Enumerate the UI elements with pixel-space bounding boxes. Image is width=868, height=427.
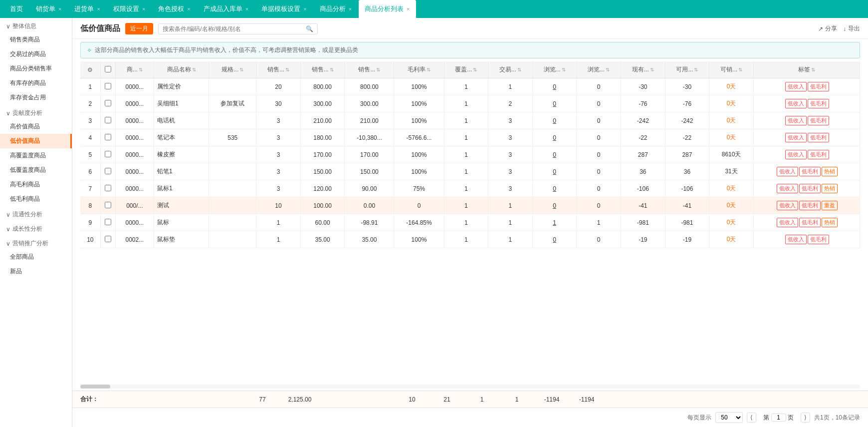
nav-sales-order[interactable]: 销货单 × <box>30 0 67 18</box>
row-views2: 0 <box>577 112 621 129</box>
row-checkbox[interactable] <box>105 100 111 106</box>
first-page-button[interactable]: ⟨ <box>747 413 756 423</box>
sidebar-item-all-products[interactable]: 全部商品 <box>0 250 72 264</box>
close-icon[interactable]: × <box>142 6 145 12</box>
sidebar-group-contribution[interactable]: ∨ 贡献度分析 <box>0 105 72 119</box>
views-link[interactable]: 0 <box>553 202 556 209</box>
row-spec: 参加复试 <box>209 95 256 112</box>
sidebar-item-high-margin[interactable]: 高毛利商品 <box>0 177 72 192</box>
row-available: -22 <box>665 129 709 146</box>
row-checkbox[interactable] <box>105 202 111 208</box>
page-number-input[interactable] <box>771 414 786 422</box>
table-row: 2 0000... 吴细细1 参加复试 30 300.00 300.00 100… <box>80 95 860 112</box>
table-row: 9 0000... 鼠标 1 60.00 -98.91 -164.85% 1 1… <box>80 214 860 231</box>
close-icon[interactable]: × <box>303 6 306 12</box>
nav-permissions[interactable]: 权限设置 × <box>107 0 151 18</box>
nav-purchase-order[interactable]: 进货单 × <box>68 0 106 18</box>
row-current: -242 <box>621 112 665 129</box>
sidebar-group-circulation[interactable]: ∨ 流通性分析 <box>0 206 72 221</box>
nav-product-analysis[interactable]: 商品分析 × <box>314 0 358 18</box>
row-coverage: 1 <box>444 214 488 231</box>
nav-template-settings[interactable]: 单据模板设置 × <box>255 0 312 18</box>
search-input[interactable] <box>163 25 303 32</box>
close-icon[interactable]: × <box>97 6 100 12</box>
sidebar-item-low-coverage[interactable]: 低覆盖度商品 <box>0 163 72 177</box>
tag-label: 热销 <box>822 184 838 193</box>
tag-label: 低毛利 <box>799 167 821 176</box>
sidebar-item-stock-capital[interactable]: 库存资金占用 <box>0 90 72 105</box>
nav-product-analysis-list[interactable]: 商品分析列表 × <box>359 0 416 18</box>
close-icon[interactable]: × <box>187 6 190 12</box>
scroll-thumb[interactable] <box>80 385 110 389</box>
row-gross-margin: -164.85% <box>394 214 444 231</box>
row-coverage: 1 <box>444 78 488 95</box>
sidebar-item-category-sales-rate[interactable]: 商品分类销售率 <box>0 61 72 76</box>
row-gross-margin: 100% <box>394 231 444 248</box>
close-icon[interactable]: × <box>349 6 352 12</box>
nav-role-auth[interactable]: 角色授权 × <box>152 0 196 18</box>
views-link[interactable]: 1 <box>553 219 556 226</box>
next-page-button[interactable]: ⟩ <box>801 413 810 423</box>
tag-label: 热销 <box>822 218 838 227</box>
row-sales-avg: -10,380... <box>345 129 394 146</box>
views-link[interactable]: 0 <box>553 117 556 124</box>
row-saleable: 0天 <box>709 95 754 112</box>
nav-product-in[interactable]: 产成品入库单 × <box>198 0 254 18</box>
search-icon[interactable]: 🔍 <box>306 25 313 32</box>
row-current: -22 <box>621 129 665 146</box>
views-link[interactable]: 0 <box>553 151 556 158</box>
views-link[interactable]: 0 <box>553 100 556 107</box>
row-checkbox[interactable] <box>105 219 111 225</box>
nav-home[interactable]: 首页 <box>4 0 29 18</box>
row-checkbox[interactable] <box>105 134 111 140</box>
sidebar-item-traded-products[interactable]: 交易过的商品 <box>0 47 72 61</box>
row-checkbox[interactable] <box>105 117 111 123</box>
row-name: 笔记本 <box>154 129 209 146</box>
sidebar-item-low-margin[interactable]: 低毛利商品 <box>0 192 72 206</box>
sidebar-item-low-value[interactable]: 低价值商品 <box>0 134 72 148</box>
close-icon[interactable]: × <box>58 6 61 12</box>
column-settings[interactable]: ⚙ <box>80 61 100 78</box>
row-checkbox[interactable] <box>105 83 111 89</box>
close-icon[interactable]: × <box>407 6 410 12</box>
row-views1: 1 <box>532 214 577 231</box>
close-icon[interactable]: × <box>245 6 248 12</box>
select-all-checkbox[interactable] <box>105 66 111 72</box>
time-filter-button[interactable]: 近一月 <box>125 23 153 34</box>
row-transaction: 1 <box>488 197 533 214</box>
export-button[interactable]: ↓ 导出 <box>843 24 860 33</box>
chevron-down-icon: ∨ <box>6 110 10 117</box>
per-page-select[interactable]: 50 20 100 <box>715 412 743 423</box>
views-link[interactable]: 0 <box>553 83 556 90</box>
table-row: 4 0000... 笔记本 535 3 180.00 -10,380... -5… <box>80 129 860 146</box>
row-available: -981 <box>665 214 709 231</box>
row-saleable: 0天 <box>709 129 754 146</box>
sidebar-group-general[interactable]: ∨ 整体信息 <box>0 18 72 32</box>
views-link[interactable]: 0 <box>553 185 556 192</box>
row-checkbox[interactable] <box>105 151 111 157</box>
total-views2: 1 <box>499 396 534 403</box>
views-link[interactable]: 0 <box>553 236 556 243</box>
sidebar-item-new-products[interactable]: 新品 <box>0 264 72 279</box>
views-link[interactable]: 0 <box>553 168 556 175</box>
row-sales-amount: 150.00 <box>300 163 345 180</box>
column-code: 商...⇅ <box>115 61 154 78</box>
row-available: 36 <box>665 163 709 180</box>
sidebar-group-marketing[interactable]: ∨ 营销推广分析 <box>0 235 72 250</box>
row-checkbox[interactable] <box>105 185 111 191</box>
row-checkbox[interactable] <box>105 236 111 242</box>
sidebar-item-stock-products[interactable]: 有库存的商品 <box>0 76 72 90</box>
sidebar-item-sales-products[interactable]: 销售类商品 <box>0 32 72 47</box>
row-checkbox[interactable] <box>105 168 111 174</box>
views-link[interactable]: 0 <box>553 134 556 141</box>
share-button[interactable]: ↗ 分享 <box>818 24 837 33</box>
row-views2: 0 <box>577 129 621 146</box>
sidebar-group-growth[interactable]: ∨ 成长性分析 <box>0 221 72 235</box>
sidebar-item-high-value[interactable]: 高价值商品 <box>0 119 72 134</box>
horizontal-scrollbar[interactable] <box>80 385 860 389</box>
info-icon: ✧ <box>87 47 92 54</box>
row-sales-qty: 1 <box>256 231 301 248</box>
column-name: 商品名称⇅ <box>154 61 209 78</box>
sidebar-item-high-coverage[interactable]: 高覆盖度商品 <box>0 148 72 163</box>
row-sales-amount: 800.00 <box>300 78 345 95</box>
